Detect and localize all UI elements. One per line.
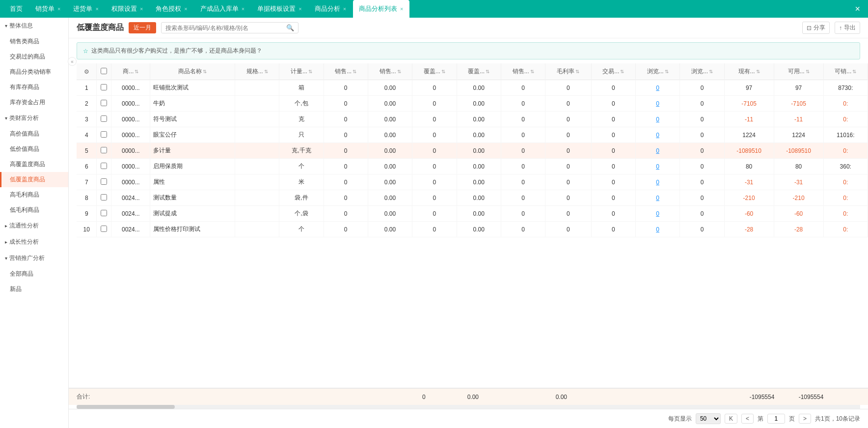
row-checkbox[interactable] xyxy=(101,163,107,169)
row-checkbox[interactable] xyxy=(101,178,107,185)
settings-icon[interactable]: ⚙ xyxy=(84,68,89,75)
select-all-checkbox[interactable] xyxy=(101,68,107,74)
sidebar-item-stock-capital[interactable]: 库存资金占用 xyxy=(0,95,68,110)
sidebar-item-high-value[interactable]: 高价值商品 xyxy=(0,126,68,142)
nav-permissions[interactable]: 权限设置 × xyxy=(106,0,149,18)
row-checkbox[interactable] xyxy=(101,131,107,138)
col-code[interactable]: 商...⇅ xyxy=(111,63,150,80)
table-container[interactable]: ⚙ 商...⇅ 商品名称⇅ 规格...⇅ 计量...⇅ 销售...⇅ 销售...… xyxy=(77,63,868,388)
sidebar-section-wealth[interactable]: ▾ 类财富分析 xyxy=(0,110,68,126)
export-button[interactable]: ↑ 导出 xyxy=(835,22,860,34)
col-cover2[interactable]: 覆盖...⇅ xyxy=(457,63,501,80)
row-checkbox[interactable] xyxy=(101,194,107,200)
col-cover1[interactable]: 覆盖...⇅ xyxy=(412,63,457,80)
cell-browse1[interactable]: 0 xyxy=(635,174,679,190)
close-product-analysis-icon[interactable]: × xyxy=(343,6,346,12)
nav-sales[interactable]: 销货单 × xyxy=(29,0,66,18)
sidebar-section-circulation[interactable]: ▸ 流通性分析 xyxy=(0,218,68,234)
sidebar-item-low-coverage[interactable]: 低覆盖度商品 xyxy=(0,172,68,187)
sidebar-section-marketing[interactable]: ▾ 营销推广分析 xyxy=(0,250,68,266)
cell-code: 0000... xyxy=(111,174,150,190)
window-close-button[interactable]: × xyxy=(851,4,864,14)
cell-browse1[interactable]: 0 xyxy=(635,222,679,237)
share-button[interactable]: ⊡ 分享 xyxy=(802,22,830,34)
cell-checkbox[interactable] xyxy=(97,80,111,96)
cell-browse1[interactable]: 0 xyxy=(635,96,679,112)
cell-checkbox[interactable] xyxy=(97,159,111,174)
row-checkbox[interactable] xyxy=(101,115,107,122)
cell-checkbox[interactable] xyxy=(97,190,111,206)
close-purchase-icon[interactable]: × xyxy=(95,6,98,12)
cell-checkbox[interactable] xyxy=(97,222,111,237)
sidebar-section-growth[interactable]: ▸ 成长性分析 xyxy=(0,234,68,250)
close-roles-icon[interactable]: × xyxy=(184,6,187,12)
nav-home[interactable]: 首页 xyxy=(4,0,28,18)
cell-browse1[interactable]: 0 xyxy=(635,206,679,222)
col-unit[interactable]: 计量...⇅ xyxy=(279,63,324,80)
sidebar-section-overall[interactable]: ▾ 整体信息 xyxy=(0,18,68,34)
nav-template[interactable]: 单据模板设置 × xyxy=(251,0,307,18)
page-number-input[interactable] xyxy=(767,414,785,424)
nav-roles[interactable]: 角色授权 × xyxy=(150,0,193,18)
col-browse2[interactable]: 浏览...⇅ xyxy=(680,63,724,80)
row-checkbox[interactable] xyxy=(101,100,107,106)
first-page-button[interactable]: K xyxy=(725,414,737,424)
sidebar-item-high-coverage[interactable]: 高覆盖度商品 xyxy=(0,157,68,172)
close-sales-icon[interactable]: × xyxy=(57,6,60,12)
sidebar-item-all-goods[interactable]: 全部商品 xyxy=(0,266,68,282)
sidebar-item-new-goods[interactable]: 新品 xyxy=(0,282,68,297)
page-size-select[interactable]: 50 100 200 xyxy=(696,413,721,424)
cell-checkbox[interactable] xyxy=(97,174,111,190)
col-gross-rate[interactable]: 毛利率⇅ xyxy=(545,63,591,80)
horizontal-scrollbar[interactable] xyxy=(77,405,860,409)
sidebar-item-high-margin[interactable]: 高毛利商品 xyxy=(0,187,68,202)
col-spec[interactable]: 规格...⇅ xyxy=(235,63,279,80)
cell-checkbox[interactable] xyxy=(97,206,111,222)
sidebar-item-sales-goods[interactable]: 销售类商品 xyxy=(0,34,68,49)
cell-checkbox[interactable] xyxy=(97,127,111,143)
close-template-icon[interactable]: × xyxy=(298,6,301,12)
col-name[interactable]: 商品名称⇅ xyxy=(150,63,235,80)
cell-checkbox[interactable] xyxy=(97,112,111,127)
cell-browse1[interactable]: 0 xyxy=(635,127,679,143)
search-input[interactable] xyxy=(165,25,284,31)
col-current[interactable]: 现有...⇅ xyxy=(724,63,774,80)
cell-checkbox[interactable] xyxy=(97,96,111,112)
prev-page-button[interactable]: < xyxy=(741,414,754,424)
row-checkbox[interactable] xyxy=(101,210,107,216)
col-available[interactable]: 可用...⇅ xyxy=(774,63,823,80)
scrollbar-thumb[interactable] xyxy=(77,405,175,409)
sidebar-item-low-value[interactable]: 低价值商品 xyxy=(0,142,68,157)
cell-spec xyxy=(235,206,279,222)
nav-purchase[interactable]: 进货单 × xyxy=(67,0,104,18)
row-checkbox[interactable] xyxy=(101,84,107,90)
sidebar-item-stock-goods[interactable]: 有库存商品 xyxy=(0,80,68,95)
col-settings[interactable]: ⚙ xyxy=(77,63,97,80)
nav-product-analysis-list[interactable]: 商品分析列表 × xyxy=(353,0,409,18)
cell-name: 旺铺批次测试 xyxy=(150,80,235,96)
next-page-button[interactable]: > xyxy=(799,414,811,424)
cell-browse1[interactable]: 0 xyxy=(635,143,679,159)
cell-browse1[interactable]: 0 xyxy=(635,112,679,127)
col-sales2[interactable]: 销售...⇅ xyxy=(501,63,545,80)
cell-browse1[interactable]: 0 xyxy=(635,159,679,174)
col-sellable[interactable]: 可销...⇅ xyxy=(823,63,868,80)
cell-browse1[interactable]: 0 xyxy=(635,190,679,206)
nav-product-analysis[interactable]: 商品分析 × xyxy=(309,0,352,18)
nav-production[interactable]: 产成品入库单 × xyxy=(194,0,250,18)
close-production-icon[interactable]: × xyxy=(242,6,244,12)
col-sales-amt[interactable]: 销售...⇅ xyxy=(368,63,412,80)
sidebar-item-traded-goods[interactable]: 交易过的商品 xyxy=(0,49,68,64)
date-filter-button[interactable]: 近一月 xyxy=(129,22,156,33)
sidebar-item-category-rate[interactable]: 商品分类动销率 xyxy=(0,64,68,80)
col-browse1[interactable]: 浏览...⇅ xyxy=(635,63,679,80)
close-product-analysis-list-icon[interactable]: × xyxy=(400,6,403,12)
row-checkbox[interactable] xyxy=(101,226,107,232)
close-permissions-icon[interactable]: × xyxy=(140,6,143,12)
col-trade[interactable]: 交易...⇅ xyxy=(591,63,635,80)
col-sales-qty[interactable]: 销售...⇅ xyxy=(324,63,368,80)
cell-browse1[interactable]: 0 xyxy=(635,80,679,96)
sidebar-item-low-margin[interactable]: 低毛利商品 xyxy=(0,202,68,218)
cell-checkbox[interactable] xyxy=(97,143,111,159)
row-checkbox[interactable] xyxy=(101,147,107,153)
